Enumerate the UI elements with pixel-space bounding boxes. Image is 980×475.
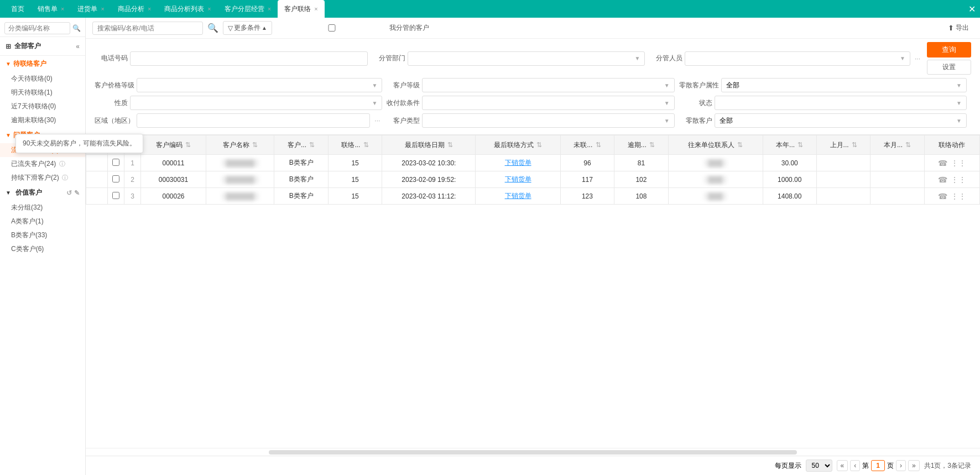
- row1-more-icon[interactable]: ⋮⋮: [951, 159, 966, 168]
- row3-more-icon[interactable]: ⋮⋮: [951, 192, 966, 201]
- sidebar-collapse-icon[interactable]: «: [76, 43, 80, 50]
- last-date-sort-icon[interactable]: ⇅: [447, 141, 453, 149]
- row2-checkbox[interactable]: [108, 171, 124, 188]
- last-month-col-header[interactable]: 上月... ⇅: [817, 135, 870, 155]
- retail-attr-select[interactable]: 全部 ▼: [721, 78, 967, 92]
- this-year-col-header[interactable]: 本年... ⇅: [763, 135, 816, 155]
- value-refresh-icon[interactable]: ↺: [66, 189, 72, 197]
- sidebar-item-week[interactable]: 近7天待联络(0): [0, 100, 85, 113]
- last-page-btn[interactable]: »: [908, 460, 920, 471]
- value-edit-icon[interactable]: ✎: [74, 189, 80, 197]
- region-select[interactable]: [137, 113, 370, 128]
- cust-grade-select[interactable]: ▼: [422, 78, 674, 92]
- close-sales-tab[interactable]: ×: [61, 6, 64, 12]
- sidebar-item-ungroup[interactable]: 未分组(32): [0, 201, 85, 215]
- sidebar-section-value[interactable]: ▼ 价值客户 ↺ ✎: [0, 185, 85, 201]
- sidebar-search-input[interactable]: [4, 22, 70, 34]
- sidebar-item-c-class[interactable]: C类客户(6): [0, 242, 85, 256]
- name-sort-icon[interactable]: ⇅: [252, 141, 258, 149]
- horizontal-scroll-area[interactable]: [86, 448, 980, 456]
- first-page-btn[interactable]: «: [837, 460, 848, 471]
- tab-customer-segment[interactable]: 客户分层经营 ×: [218, 0, 278, 18]
- sidebar-item-b-class[interactable]: B类客户(33): [0, 228, 85, 242]
- uncontacted-col-header[interactable]: 未联... ⇅: [560, 135, 614, 155]
- contact-col-header[interactable]: 联络... ⇅: [328, 135, 382, 155]
- contact-sort-icon[interactable]: ⇅: [363, 141, 369, 149]
- sidebar-item-a-class[interactable]: A类客户(1): [0, 215, 85, 228]
- close-customer-segment-tab[interactable]: ×: [268, 6, 271, 12]
- cust-level-sort-icon[interactable]: ⇅: [309, 141, 315, 149]
- this-month-col-header[interactable]: 本月... ⇅: [870, 135, 924, 155]
- person-select[interactable]: ▼: [685, 51, 910, 66]
- export-button[interactable]: ⬆ 导出: [943, 22, 973, 34]
- query-button[interactable]: 查询: [927, 42, 971, 58]
- window-close-btn[interactable]: ✕: [968, 4, 976, 14]
- row3-checkbox[interactable]: [108, 188, 124, 205]
- row1-last-method[interactable]: 下销货单: [476, 155, 560, 171]
- row2-select[interactable]: [112, 175, 119, 182]
- row2-contact-icon[interactable]: ☎: [938, 175, 947, 184]
- row2-more-icon[interactable]: ⋮⋮: [951, 175, 966, 184]
- code-col-header[interactable]: 客户编码 ⇅: [141, 135, 206, 155]
- row3-select[interactable]: [112, 192, 119, 199]
- sidebar-item-overdue-uncontacted[interactable]: 逾期未联络(30): [0, 113, 85, 127]
- overdue-col-header[interactable]: 逾期... ⇅: [614, 135, 668, 155]
- last-method-sort-icon[interactable]: ⇅: [536, 141, 542, 149]
- region-dots[interactable]: ···: [372, 117, 382, 124]
- row1-select[interactable]: [112, 159, 119, 166]
- sidebar-item-tomorrow[interactable]: 明天待联络(1): [0, 86, 85, 100]
- name-col-header[interactable]: 客户名称 ⇅: [206, 135, 274, 155]
- phone-input[interactable]: [130, 51, 368, 66]
- search-button[interactable]: 🔍: [207, 23, 218, 33]
- unit-sort-icon[interactable]: ⇅: [737, 141, 743, 149]
- more-conditions-btn[interactable]: ▽ 更多条件 ▲: [223, 21, 272, 35]
- page-size-select[interactable]: 50: [806, 460, 832, 472]
- close-analysis-tab[interactable]: ×: [148, 6, 151, 12]
- row1-checkbox[interactable]: [108, 155, 124, 171]
- overdue-sort-icon[interactable]: ⇅: [649, 141, 655, 149]
- tab-analysis[interactable]: 商品分析 ×: [111, 0, 158, 18]
- tab-analysis-table[interactable]: 商品分析列表 ×: [158, 0, 217, 18]
- sidebar-item-today[interactable]: 今天待联络(0): [0, 72, 85, 86]
- sidebar-item-churned[interactable]: 已流失客户(24) ⓘ: [0, 157, 85, 171]
- prev-page-btn[interactable]: ‹: [850, 460, 860, 471]
- row3-last-method[interactable]: 下销货单: [476, 188, 560, 205]
- unit-contact-col-header[interactable]: 往来单位联系人 ⇅: [668, 135, 763, 155]
- search-input[interactable]: [92, 22, 203, 35]
- person-dots[interactable]: ···: [913, 55, 922, 62]
- this-month-sort-icon[interactable]: ⇅: [905, 141, 911, 149]
- last-contact-method-col-header[interactable]: 最后联络方式 ⇅: [476, 135, 560, 155]
- setting-button[interactable]: 设置: [927, 60, 971, 75]
- close-customer-contact-tab[interactable]: ×: [314, 6, 317, 12]
- dept-select[interactable]: ▼: [408, 51, 645, 66]
- tab-sales[interactable]: 销售单 ×: [31, 0, 71, 18]
- cust-level-col-header[interactable]: 客户... ⇅: [274, 135, 328, 155]
- last-contact-date-col-header[interactable]: 最后联络日期 ⇅: [382, 135, 476, 155]
- sidebar-search-icon[interactable]: 🔍: [72, 24, 81, 32]
- tab-home[interactable]: 首页: [4, 0, 31, 18]
- sidebar-item-declining[interactable]: 持续下滑客户(2) ⓘ: [0, 171, 85, 185]
- row1-contact-icon[interactable]: ☎: [938, 159, 947, 168]
- horizontal-scrollbar[interactable]: [269, 450, 797, 455]
- cust-type-select[interactable]: ▼: [422, 113, 674, 128]
- my-customers-checkbox[interactable]: [277, 24, 387, 32]
- tab-purchase[interactable]: 进货单 ×: [71, 0, 111, 18]
- status-select[interactable]: ▼: [715, 96, 967, 110]
- row2-last-method[interactable]: 下销货单: [476, 171, 560, 188]
- code-sort-icon[interactable]: ⇅: [185, 141, 191, 149]
- last-month-sort-icon[interactable]: ⇅: [852, 141, 857, 149]
- close-purchase-tab[interactable]: ×: [101, 6, 104, 12]
- row3-contact-icon[interactable]: ☎: [938, 192, 947, 201]
- nature-select[interactable]: ▼: [130, 96, 382, 110]
- this-year-sort-icon[interactable]: ⇅: [797, 141, 803, 149]
- sidebar-all-customers[interactable]: ⊞ 全部客户 «: [0, 37, 85, 56]
- uncontacted-sort-icon[interactable]: ⇅: [596, 141, 601, 149]
- my-customers-filter[interactable]: 我分管的客户: [277, 23, 429, 33]
- payment-select[interactable]: ▼: [422, 96, 674, 110]
- price-grade-select[interactable]: ▼: [137, 78, 382, 92]
- next-page-btn[interactable]: ›: [896, 460, 906, 471]
- retail-select[interactable]: 全部 ▼: [715, 113, 967, 128]
- close-analysis-table-tab[interactable]: ×: [207, 6, 211, 12]
- tab-customer-contact[interactable]: 客户联络 ×: [278, 0, 324, 18]
- sidebar-section-pending[interactable]: ▼ 待联络客户: [0, 56, 85, 72]
